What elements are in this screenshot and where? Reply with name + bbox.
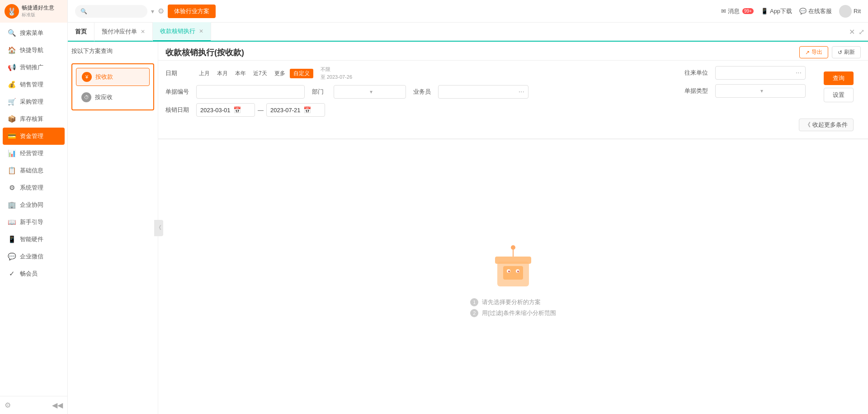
tab-receipt-verify[interactable]: 收款核销执行 ✕ [153, 22, 211, 41]
sidebar-bottom: ⚙ ◀◀ [0, 396, 67, 414]
app-download-button[interactable]: 📱 App下载 [761, 7, 792, 15]
topbar-right: ✉ 消息 99+ 📱 App下载 💬 在线客服 Rit [721, 5, 861, 18]
doc-number-field[interactable] [196, 85, 305, 99]
sidebar-item-search[interactable]: 🔍 搜索菜单 [0, 24, 67, 42]
enterprise-icon: 🏢 [7, 201, 16, 209]
online-service-icon: 💬 [799, 8, 807, 14]
sidebar-item-hardware[interactable]: 📱 智能硬件 [0, 231, 67, 248]
sidebar-item-inventory[interactable]: 📦 库存核算 [0, 110, 67, 128]
sidebar-item-label: 基础信息 [20, 167, 43, 175]
sidebar-item-label: 采购管理 [20, 98, 43, 106]
sidebar-item-basic-info[interactable]: 📋 基础信息 [0, 162, 67, 179]
empty-hint-2: 2 用[过滤]条件来缩小分析范围 [470, 309, 556, 317]
user-profile[interactable]: Rit [839, 5, 861, 18]
date-shortcuts: 上月 本月 本年 近7天 更多 自定义 [196, 69, 313, 78]
app-download-icon: 📱 [761, 8, 768, 14]
by-receipt-label: 按收款 [95, 73, 113, 81]
hint-1-number: 1 [470, 298, 478, 306]
date-btn-this-year[interactable]: 本年 [232, 69, 249, 78]
maximize-tab-icon[interactable]: ⤢ [859, 28, 864, 36]
verify-date-end-input[interactable]: 2023-07-21 📅 [266, 103, 325, 117]
finance-icon: 💳 [7, 132, 16, 140]
verify-date-start-input[interactable]: 2023-03-01 📅 [196, 103, 255, 117]
filter-right-cols: 往来单位 ··· 单据类型 ▾ [684, 66, 806, 117]
date-btn-custom[interactable]: 自定义 [290, 69, 313, 78]
sidebar-item-member[interactable]: ✓ 畅会员 [0, 265, 67, 282]
doc-type-select[interactable]: ▾ [715, 84, 806, 98]
verify-date-start-value: 2023-03-01 [200, 107, 231, 114]
search-icon: 🔍 [7, 29, 16, 37]
empty-hints: 1 请先选择要分析的方案 2 用[过滤]条件来缩小分析范围 [470, 298, 556, 317]
doc-type-label: 单据类型 [684, 87, 708, 95]
export-icon: ↗ [805, 49, 810, 56]
sidebar-item-guide[interactable]: 📖 新手引导 [0, 214, 67, 231]
sidebar-item-enterprise[interactable]: 🏢 企业协同 [0, 196, 67, 214]
sidebar-item-quick-nav[interactable]: 🏠 快捷导航 [0, 42, 67, 59]
sidebar-item-label: 资金管理 [20, 132, 43, 140]
more-conditions-button[interactable]: 《 收起更多条件 [799, 119, 854, 131]
app-version: 标准版 [22, 12, 54, 18]
collapse-sidebar-icon[interactable]: ◀◀ [52, 401, 63, 409]
filter-row-1: 日期 上月 本月 本年 近7天 更多 自定义 不限 至 [165, 66, 666, 81]
sidebar: 🐰 畅捷通好生意 标准版 🔍 搜索菜单 🏠 快捷导航 📢 营销推广 💰 销售管理… [0, 0, 68, 414]
settings-bottom-icon[interactable]: ⚙ [5, 401, 11, 409]
query-button[interactable]: 查询 [824, 71, 854, 85]
tab-receipt-verify-close-icon[interactable]: ✕ [199, 28, 203, 34]
verify-date-start-calendar-icon[interactable]: 📅 [233, 106, 241, 114]
date-btn-more[interactable]: 更多 [272, 69, 288, 78]
department-select[interactable]: ▾ [334, 85, 406, 99]
date-no-limit: 不限 [321, 66, 352, 73]
filter-option-by-receivable[interactable]: ⏱ 按应收 [76, 89, 150, 106]
export-button[interactable]: ↗ 导出 [799, 46, 828, 58]
sidebar-item-label: 畅会员 [20, 270, 38, 278]
counterparty-field[interactable]: ··· [715, 66, 806, 80]
collapse-filter-panel-button[interactable]: 《 [154, 220, 163, 236]
tab-prepay[interactable]: 预付冲应付单 ✕ [94, 22, 153, 41]
industry-solution-button[interactable]: 体验行业方案 [168, 5, 216, 18]
close-tab-icon[interactable]: ✕ [849, 28, 855, 36]
setting-button[interactable]: 设置 [824, 88, 854, 102]
verify-date-group: 2023-03-01 📅 — 2023-07-21 📅 [196, 103, 325, 117]
counterparty-label: 往来单位 [684, 69, 708, 77]
sidebar-item-operations[interactable]: 📊 经营管理 [0, 145, 67, 162]
spacer [684, 102, 806, 116]
counterparty-dots[interactable]: ··· [796, 69, 802, 77]
sidebar-item-label: 营销推广 [20, 63, 43, 71]
sidebar-item-wechat[interactable]: 💬 企业微信 [0, 248, 67, 265]
employee-input[interactable] [442, 89, 519, 95]
topbar-search[interactable]: 🔍 [75, 5, 147, 18]
refresh-button[interactable]: ↺ 刷新 [832, 46, 861, 58]
topbar-settings-icon[interactable]: ⚙ [158, 7, 164, 15]
online-service-button[interactable]: 💬 在线客服 [799, 7, 832, 15]
tab-prepay-close-icon[interactable]: ✕ [141, 29, 145, 35]
sidebar-nav: 🔍 搜索菜单 🏠 快捷导航 📢 营销推广 💰 销售管理 🛒 采购管理 📦 库存核… [0, 23, 67, 396]
doc-number-label: 单据编号 [165, 88, 189, 96]
tab-home[interactable]: 首页 [68, 22, 94, 41]
verify-date-end-calendar-icon[interactable]: 📅 [303, 106, 311, 114]
sidebar-item-label: 系统管理 [20, 184, 43, 192]
sidebar-item-finance[interactable]: 💳 资金管理 [3, 128, 65, 145]
topbar-chevron-icon[interactable]: ▾ [151, 8, 154, 15]
system-icon: ⚙ [7, 184, 16, 192]
by-receivable-label: 按应收 [95, 93, 113, 101]
employee-dots[interactable]: ··· [519, 88, 524, 96]
sidebar-item-marketing[interactable]: 📢 营销推广 [0, 59, 67, 76]
date-btn-7days[interactable]: 近7天 [250, 69, 270, 78]
sidebar-item-sales[interactable]: 💰 销售管理 [0, 76, 67, 93]
doc-number-input[interactable] [200, 89, 301, 95]
empty-hint-1: 1 请先选择要分析的方案 [470, 298, 541, 306]
topbar-search-icon: 🔍 [80, 8, 87, 14]
employee-field[interactable]: ··· [438, 85, 528, 99]
by-receipt-icon: ¥ [82, 72, 92, 82]
filter-option-by-receipt[interactable]: ¥ 按收款 [76, 68, 150, 86]
date-btn-last-month[interactable]: 上月 [196, 69, 212, 78]
guide-icon: 📖 [7, 218, 16, 226]
sidebar-item-system[interactable]: ⚙ 系统管理 [0, 179, 67, 196]
date-btn-this-month[interactable]: 本月 [214, 69, 231, 78]
page-title: 收款核销执行(按收款) [165, 47, 244, 58]
counterparty-input[interactable] [719, 70, 796, 76]
marketing-icon: 📢 [7, 63, 16, 71]
message-button[interactable]: ✉ 消息 99+ [721, 7, 754, 15]
by-receivable-icon: ⏱ [81, 92, 91, 102]
sidebar-item-purchase[interactable]: 🛒 采购管理 [0, 93, 67, 110]
